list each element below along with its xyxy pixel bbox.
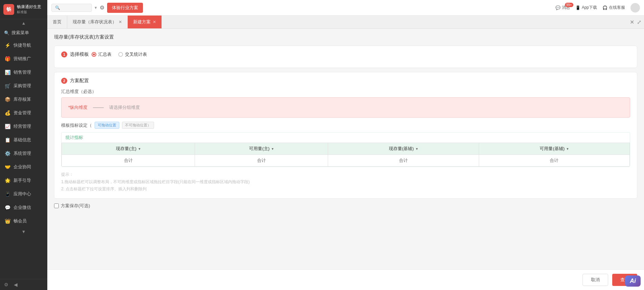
col1-header[interactable]: 现存量(主) ▾ bbox=[62, 143, 195, 155]
tabs-actions: ✕ ⤢ bbox=[630, 19, 644, 25]
col4-header[interactable]: 可用量(基辅) ▾ bbox=[479, 143, 630, 155]
tab-inventory[interactable]: 现存量（库存状况表） ✕ bbox=[67, 16, 128, 28]
member-icon: 👑 bbox=[4, 218, 11, 224]
col4-dropdown-icon[interactable]: ▾ bbox=[567, 147, 569, 151]
inventory-icon: 📦 bbox=[4, 96, 11, 103]
quick-nav-icon: ⚡ bbox=[4, 42, 11, 49]
step1-number: 1 bbox=[61, 51, 67, 57]
step1-header: 1 选择模板 汇总表 交叉统计表 bbox=[61, 51, 630, 57]
step1-section: 1 选择模板 汇总表 交叉统计表 bbox=[54, 46, 637, 68]
bottom-bar: 取消 查询 bbox=[47, 269, 644, 290]
topbar-right: 💬 消息 99+ 📱 App下载 🎧 在线客服 bbox=[555, 3, 640, 13]
sidebar-item-marketing[interactable]: 🎁 营销推广 bbox=[0, 52, 47, 66]
template-radio-group: 汇总表 交叉统计表 bbox=[92, 51, 147, 57]
app-download-icon: 📱 bbox=[575, 5, 580, 10]
sidebar-scroll-down[interactable]: ▼ bbox=[0, 228, 47, 236]
guide-icon: 🌟 bbox=[4, 177, 11, 184]
col3-data: 合计 bbox=[328, 155, 479, 167]
indicator-settings-label: 模板指标设定（ 可拖动位置 不可拖动位置） bbox=[61, 122, 630, 129]
tab-inventory-close[interactable]: ✕ bbox=[119, 20, 122, 24]
ai-float-button[interactable]: Ai bbox=[625, 275, 641, 287]
sidebar-item-sales[interactable]: 📊 销售管理 bbox=[0, 66, 47, 79]
settings-bottom-icon[interactable]: ⚙ bbox=[4, 282, 8, 287]
wechat-icon: 💬 bbox=[4, 204, 11, 211]
topbar-settings-icon[interactable]: ⚙ bbox=[100, 4, 104, 11]
sales-icon: 📊 bbox=[4, 69, 11, 76]
indicator-settings: 模板指标设定（ 可拖动位置 不可拖动位置） 统计指标 现存量(主) ▾ bbox=[61, 122, 630, 167]
topbar-online-service[interactable]: 🎧 在线客服 bbox=[602, 5, 625, 10]
sidebar-item-app-center[interactable]: 📱 应用中心 bbox=[0, 187, 47, 201]
radio-summary-circle bbox=[92, 52, 96, 57]
radio-cross[interactable]: 交叉统计表 bbox=[118, 51, 147, 57]
sidebar-item-system[interactable]: ⚙️ 系统管理 bbox=[0, 147, 47, 160]
save-checkbox[interactable] bbox=[54, 203, 59, 208]
sidebar-item-wechat[interactable]: 💬 企业微信 bbox=[0, 201, 47, 214]
purchase-icon: 🛒 bbox=[4, 82, 11, 89]
dimension-label: 汇总维度（必选） bbox=[61, 89, 630, 95]
sidebar-item-inventory[interactable]: 📦 库存核算 bbox=[0, 93, 47, 106]
logo-icon: 畅 bbox=[3, 4, 14, 15]
message-badge: 99+ bbox=[565, 3, 573, 7]
stats-title: 统计指标 bbox=[61, 132, 630, 143]
col2-dropdown-icon[interactable]: ▾ bbox=[272, 147, 274, 151]
sidebar-scroll-up[interactable]: ▲ bbox=[0, 19, 47, 27]
service-icon: 🎧 bbox=[602, 5, 608, 10]
topbar-dropdown-icon[interactable]: ▾ bbox=[95, 5, 97, 10]
dimension-placeholder[interactable]: 请选择分组维度 bbox=[109, 104, 140, 111]
sidebar-bottom: ⚙ ◀ bbox=[0, 279, 47, 290]
draggable-badge: 可拖动位置 bbox=[95, 122, 119, 129]
stats-table: 现存量(主) ▾ 可用量(主) ▾ bbox=[61, 143, 630, 167]
stats-header-row: 现存量(主) ▾ 可用量(主) ▾ bbox=[62, 143, 630, 155]
col1-dropdown-icon[interactable]: ▾ bbox=[139, 147, 141, 151]
tab-new-scheme[interactable]: 新建方案 ✕ bbox=[128, 16, 162, 28]
trial-button[interactable]: 体验行业方案 bbox=[107, 3, 143, 13]
step2-section: 2 方案配置 汇总维度（必选） *纵向维度 —— 请选择分组维度 模板指标设定（… bbox=[54, 72, 637, 199]
user-avatar[interactable] bbox=[630, 3, 640, 13]
col3-dropdown-icon[interactable]: ▾ bbox=[416, 147, 418, 151]
message-icon: 💬 bbox=[555, 5, 561, 10]
app-center-icon: 📱 bbox=[4, 191, 11, 197]
topbar-search-box[interactable]: 🔍 bbox=[51, 4, 92, 12]
save-option-label: 方案保存(可选) bbox=[61, 203, 90, 209]
tab-home[interactable]: 首页 bbox=[47, 16, 67, 28]
system-icon: ⚙️ bbox=[4, 150, 11, 157]
radio-summary[interactable]: 汇总表 bbox=[92, 51, 112, 57]
sidebar-item-basic-info[interactable]: 📋 基础信息 bbox=[0, 133, 47, 147]
tabs-bar: 首页 现存量（库存状况表） ✕ 新建方案 ✕ ✕ ⤢ bbox=[47, 16, 644, 29]
sidebar-item-purchase[interactable]: 🛒 采购管理 bbox=[0, 79, 47, 93]
content-area: 现存量(库存状况表)方案设置 1 选择模板 汇总表 交叉统计表 bbox=[47, 29, 644, 269]
non-draggable-badge: 不可拖动位置） bbox=[122, 122, 154, 129]
step2-title: 方案配置 bbox=[70, 78, 89, 84]
search-icon: 🔍 bbox=[4, 30, 9, 35]
sidebar-item-guide[interactable]: 🌟 新手引导 bbox=[0, 174, 47, 187]
sidebar: 畅 畅康通好生意 标准版 ▲ 🔍 搜索菜单 ⚡ 快捷导航 🎁 营销推广 📊 销售… bbox=[0, 0, 47, 290]
dimension-box: *纵向维度 —— 请选择分组维度 bbox=[61, 97, 630, 118]
enterprise-icon: 🤝 bbox=[4, 164, 11, 170]
sidebar-item-quick-nav[interactable]: ⚡ 快捷导航 bbox=[0, 39, 47, 52]
sidebar-item-search[interactable]: 🔍 搜索菜单 bbox=[0, 27, 47, 39]
step2-header: 2 方案配置 bbox=[61, 78, 630, 84]
col3-header[interactable]: 现存量(基辅) ▾ bbox=[328, 143, 479, 155]
main-area: 🔍 ▾ ⚙ 体验行业方案 💬 消息 99+ 📱 App下载 🎧 在线客服 bbox=[47, 0, 644, 290]
tab-new-scheme-close[interactable]: ✕ bbox=[153, 20, 156, 24]
col2-header[interactable]: 可用量(主) ▾ bbox=[195, 143, 328, 155]
dimension-required: *纵向维度 bbox=[68, 104, 88, 111]
sidebar-item-enterprise[interactable]: 🤝 企业协同 bbox=[0, 160, 47, 174]
sidebar-item-member[interactable]: 👑 畅会员 bbox=[0, 214, 47, 228]
topbar-app-download[interactable]: 📱 App下载 bbox=[575, 5, 597, 10]
sidebar-item-operations[interactable]: 📈 经营管理 bbox=[0, 120, 47, 133]
tab-fullscreen-icon[interactable]: ⤢ bbox=[637, 19, 641, 25]
sidebar-item-finance[interactable]: 💰 资金管理 bbox=[0, 106, 47, 120]
dimension-arrow: —— bbox=[93, 104, 104, 111]
tab-close-all-icon[interactable]: ✕ bbox=[630, 19, 634, 25]
finance-icon: 💰 bbox=[4, 110, 11, 116]
topbar-message[interactable]: 💬 消息 99+ bbox=[555, 5, 570, 10]
col4-data: 合计 bbox=[479, 155, 630, 167]
collapse-icon[interactable]: ◀ bbox=[14, 282, 18, 287]
step2-number: 2 bbox=[61, 78, 67, 84]
logo-text: 畅康通好生意 标准版 bbox=[17, 4, 41, 15]
col2-data: 合计 bbox=[195, 155, 328, 167]
save-option: 方案保存(可选) bbox=[54, 203, 637, 209]
cancel-button[interactable]: 取消 bbox=[583, 274, 608, 286]
basic-info-icon: 📋 bbox=[4, 137, 11, 143]
